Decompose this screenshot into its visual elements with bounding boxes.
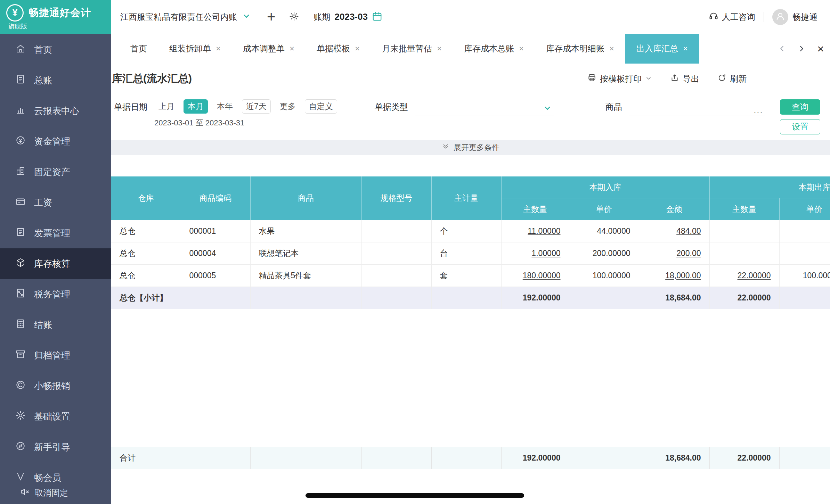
date-option-last-7-days[interactable]: 近7天 xyxy=(242,99,271,114)
close-tab-icon[interactable]: × xyxy=(437,44,442,53)
cube-icon xyxy=(15,257,26,270)
company-selector[interactable]: 江西服宝精品有限责任公司内账 xyxy=(120,11,251,23)
subtotal-out-qty: 22.00000 xyxy=(709,287,779,309)
period-value[interactable]: 2023-03 xyxy=(335,11,368,22)
cell-unit: 套 xyxy=(431,265,501,287)
topbar-right: 人工咨询 畅捷通 xyxy=(709,9,817,25)
refresh-button[interactable]: 刷新 xyxy=(717,73,747,84)
brand-name: 畅捷通好会计 xyxy=(29,6,91,20)
sidebar-item-invoices[interactable]: 发票管理 xyxy=(0,218,111,248)
tab-doc-template[interactable]: 单据模板 × xyxy=(306,34,371,64)
close-tab-icon[interactable]: × xyxy=(355,44,360,53)
in-qty-link[interactable]: 1.00000 xyxy=(501,242,569,265)
support-button[interactable]: 人工咨询 xyxy=(709,11,755,23)
tab-label: 月末批量暂估 xyxy=(382,43,432,54)
in-qty-link[interactable]: 180.00000 xyxy=(501,265,569,287)
tab-cost-adjustment[interactable]: 成本调整单 × xyxy=(232,34,306,64)
out-qty-link[interactable]: 22.00000 xyxy=(709,265,779,287)
unpin-sidebar-button[interactable]: 取消固定 xyxy=(0,482,111,504)
sidebar-item-archive[interactable]: 归档管理 xyxy=(0,340,111,371)
app-logo: ¥ 畅捷通好会计 旗舰版 xyxy=(0,0,111,34)
in-qty-link[interactable]: 11.00000 xyxy=(501,220,569,242)
date-option-more[interactable]: 更多 xyxy=(276,99,300,114)
export-label: 导出 xyxy=(683,73,699,84)
col-code: 商品编码 xyxy=(181,176,250,220)
sidebar-item-tax[interactable]: 税务管理 xyxy=(0,279,111,309)
printer-icon xyxy=(587,73,596,84)
chevron-down-icon xyxy=(242,11,251,23)
avatar[interactable] xyxy=(772,9,788,25)
sidebar-item-funds[interactable]: 资金管理 xyxy=(0,126,111,157)
col-in-price: 单价 xyxy=(569,198,639,220)
tabs-scroll-right-button[interactable] xyxy=(792,34,811,64)
close-all-tabs-button[interactable]: × xyxy=(811,34,830,64)
close-tab-icon[interactable]: × xyxy=(216,44,221,53)
cell-product: 精品茶具5件套 xyxy=(250,265,361,287)
calculator-icon xyxy=(15,319,26,331)
calendar-icon[interactable] xyxy=(372,11,382,23)
export-button[interactable]: 导出 xyxy=(670,73,699,84)
sidebar-item-general-ledger[interactable]: 总账 xyxy=(0,65,111,96)
close-tab-icon[interactable]: × xyxy=(519,44,524,53)
sidebar-item-closing[interactable]: 结账 xyxy=(0,309,111,340)
sidebar-item-label: 归档管理 xyxy=(34,349,70,362)
cell-warehouse: 总仓 xyxy=(111,265,181,287)
date-option-this-year[interactable]: 本年 xyxy=(213,99,237,114)
period-label: 账期 xyxy=(314,11,331,23)
col-group-outbound: 本期出库 xyxy=(709,176,830,198)
sidebar-item-home[interactable]: 首页 xyxy=(0,34,111,65)
tab-home[interactable]: 首页 xyxy=(119,34,158,64)
col-unit: 主计量 xyxy=(431,176,501,220)
divider xyxy=(764,12,764,22)
empty-space xyxy=(111,309,830,447)
tab-assembly-order[interactable]: 组装拆卸单 × xyxy=(158,34,232,64)
settings-gear-button[interactable] xyxy=(289,11,299,23)
refresh-icon xyxy=(717,73,726,84)
cell-product: 水果 xyxy=(250,220,361,242)
in-amount-link[interactable]: 200.00 xyxy=(639,242,709,265)
scrollbar-thumb[interactable] xyxy=(306,493,524,498)
expand-more-conditions[interactable]: 展开更多条件 xyxy=(111,140,830,155)
add-button[interactable]: + xyxy=(267,10,276,24)
sidebar-item-fixed-assets[interactable]: 固定资产 xyxy=(0,157,111,187)
tab-inventory-cost-ledger[interactable]: 库存成本总账 × xyxy=(453,34,535,64)
date-range-value: 2023-03-01 至 2023-03-31 xyxy=(154,118,337,128)
in-amount-link[interactable]: 18,000.00 xyxy=(639,265,709,287)
col-spec: 规格型号 xyxy=(361,176,431,220)
col-out-price: 单价 xyxy=(779,198,830,220)
sidebar-item-settings[interactable]: 基础设置 xyxy=(0,401,111,432)
tabs-scroll-left-button[interactable] xyxy=(772,34,792,64)
close-tab-icon[interactable]: × xyxy=(683,44,688,53)
sidebar-item-payroll[interactable]: 工资 xyxy=(0,187,111,218)
sidebar-item-reimburse[interactable]: 小畅报销 xyxy=(0,371,111,401)
in-amount-link[interactable]: 484.00 xyxy=(639,220,709,242)
gear-icon xyxy=(15,410,26,423)
close-tab-icon[interactable]: × xyxy=(609,44,614,53)
double-chevron-down-icon xyxy=(442,143,449,152)
tab-inventory-cost-detail[interactable]: 库存成本明细账 × xyxy=(535,34,625,64)
sidebar-item-inventory[interactable]: 库存核算 xyxy=(0,248,111,279)
doc-type-select[interactable] xyxy=(415,99,554,116)
product-picker-button[interactable]: ... xyxy=(754,105,763,114)
sidebar-item-cloud-reports[interactable]: 云报表中心 xyxy=(0,96,111,126)
tab-month-end-estimate[interactable]: 月末批量暂估 × xyxy=(371,34,453,64)
date-option-last-month[interactable]: 上月 xyxy=(154,99,179,114)
cell-warehouse: 总仓 xyxy=(111,220,181,242)
date-option-this-month[interactable]: 本月 xyxy=(184,99,208,114)
sidebar-item-label: 资金管理 xyxy=(34,135,70,148)
sidebar-item-label: 总账 xyxy=(34,74,52,86)
settings-button[interactable]: 设置 xyxy=(780,119,820,134)
support-label: 人工咨询 xyxy=(722,11,755,23)
query-button[interactable]: 查询 xyxy=(780,99,820,115)
sidebar-item-label: 工资 xyxy=(34,197,52,209)
date-option-custom[interactable]: 自定义 xyxy=(305,99,337,114)
card-icon xyxy=(15,196,26,209)
close-tab-icon[interactable]: × xyxy=(290,44,294,53)
sidebar-item-guide[interactable]: 新手引导 xyxy=(0,432,111,462)
tab-in-out-summary[interactable]: 出入库汇总 × xyxy=(625,34,699,64)
product-input[interactable]: ... xyxy=(629,99,765,116)
doc-type-filter: 单据类型 xyxy=(375,99,554,140)
app-root: ¥ 畅捷通好会计 旗舰版 首页 总账 云报表中心 资金管理 xyxy=(0,0,830,504)
username[interactable]: 畅捷通 xyxy=(792,11,817,23)
print-by-template-button[interactable]: 按模板打印 xyxy=(587,73,652,84)
